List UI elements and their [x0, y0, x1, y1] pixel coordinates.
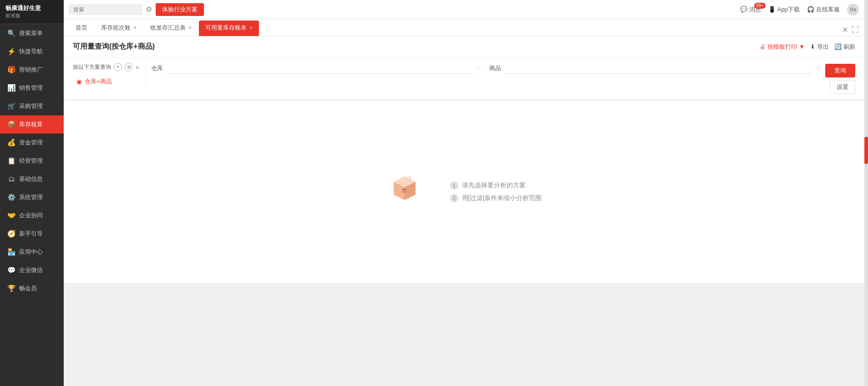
topbar-right: 💬 消息 99+ 📱 App下载 🎧 在线客服 Rit — [740, 4, 859, 15]
filter-product-input[interactable] — [505, 63, 812, 74]
print-btn[interactable]: 🖨 按模板打印 ▼ — [760, 43, 805, 51]
filter-product-more[interactable]: ··· — [815, 65, 820, 72]
page-header-actions: 🖨 按模板打印 ▼ ⬇ 导出 🔄 刷新 — [760, 43, 855, 51]
tip-text-1: 请先选择要分析的方案 — [462, 181, 526, 190]
export-label: 导出 — [817, 43, 829, 51]
scheme-item-warehouse-product[interactable]: ◉ 仓库+商品 — [73, 75, 140, 88]
sidebar: 畅康通好生意 标准版 🔍 搜索菜单 ⚡ 快捷导航 🎁 营销推广 📊 销售管理 🛒… — [0, 0, 64, 386]
sidebar-item-marketing[interactable]: 🎁 营销推广 — [0, 61, 64, 79]
refresh-icon: 🔄 — [834, 43, 842, 50]
filter-product: 商品 ··· — [489, 63, 820, 74]
tabs-bar: 首页 库存批次账 × 收发存汇总表 × 可用量库存账本 × ✕ ⛶ — [64, 19, 864, 36]
print-dropdown-icon[interactable]: ▼ — [799, 43, 805, 50]
tabs-actions: ✕ ⛶ — [842, 26, 859, 36]
empty-illustration: ? — [386, 169, 432, 215]
tip-item-1: 1 请先选择要分析的方案 — [450, 181, 542, 190]
sidebar-label-appstore: 应用中心 — [19, 248, 43, 256]
tab-close-all-icon[interactable]: ✕ — [842, 26, 848, 34]
online-service-btn[interactable]: 🎧 在线客服 — [807, 5, 840, 14]
filter-warehouse-input[interactable] — [167, 63, 473, 74]
print-label: 按模板打印 — [767, 43, 797, 51]
message-btn[interactable]: 💬 消息 99+ — [740, 5, 761, 14]
tab-home-label: 首页 — [76, 24, 87, 32]
brand-name: 畅康通好生意 — [5, 5, 58, 12]
sidebar-label-sales: 销售管理 — [19, 84, 43, 92]
cube-svg: ? — [386, 169, 423, 206]
user-name: Rit — [850, 7, 856, 12]
app-download-btn[interactable]: 📱 App下载 — [768, 5, 800, 14]
filter-row-1: 仓库 ··· 商品 ··· — [151, 63, 820, 74]
sidebar-label-member: 畅会员 — [19, 284, 37, 293]
sidebar-item-system[interactable]: ⚙️ 系统管理 — [0, 188, 64, 206]
topbar-search-input[interactable] — [69, 5, 142, 15]
query-scheme-header: 按以下方案查询 + ⚙ « — [73, 63, 140, 71]
sidebar-item-member[interactable]: 🏆 畅会员 — [0, 279, 64, 298]
tab-available-stock-label: 可用量库存账本 — [205, 24, 247, 32]
sidebar-item-purchase[interactable]: 🛒 采购管理 — [0, 97, 64, 115]
sidebar-item-inventory[interactable]: 📦 库存核算 — [0, 115, 64, 134]
main-content: ⚙ 体验行业方案 💬 消息 99+ 📱 App下载 🎧 在线客服 Rit 首页 — [64, 0, 864, 386]
sidebar-item-search[interactable]: 🔍 搜索菜单 — [0, 24, 64, 42]
filter-product-label: 商品 — [489, 64, 501, 72]
tip-num-1: 1 — [450, 181, 458, 190]
cart-icon: 🛒 — [7, 102, 15, 110]
refresh-label: 刷新 — [843, 43, 855, 51]
compass-icon: 🧭 — [7, 230, 15, 238]
collapse-btn[interactable]: « — [136, 63, 139, 71]
box-icon: 📦 — [7, 120, 15, 129]
sidebar-label-wechat: 企业微信 — [19, 266, 43, 274]
sidebar-item-enterprise[interactable]: 🤝 企业协同 — [0, 206, 64, 225]
sidebar-label-operation: 经营管理 — [19, 157, 43, 165]
headset-icon: 🎧 — [807, 6, 814, 13]
industry-btn[interactable]: 体验行业方案 — [156, 3, 204, 16]
sidebar-label-basic: 基础信息 — [19, 175, 43, 183]
online-service-label: 在线客服 — [816, 5, 840, 14]
settings-icon[interactable]: ⚙ — [146, 5, 152, 14]
topbar: ⚙ 体验行业方案 💬 消息 99+ 📱 App下载 🎧 在线客服 Rit — [64, 0, 864, 19]
phone-icon: 📱 — [768, 6, 776, 13]
manage-scheme-btn[interactable]: ⚙ — [125, 63, 133, 71]
sidebar-header: 畅康通好生意 标准版 — [0, 0, 64, 24]
scrollbar-thumb — [864, 137, 868, 164]
empty-state-content: ? 1 请先选择要分析的方案 2 用[过滤]条件来缩小分析范围 — [386, 169, 542, 215]
sidebar-item-quick-nav[interactable]: ⚡ 快捷导航 — [0, 42, 64, 61]
query-btn[interactable]: 查询 — [825, 64, 855, 77]
sidebar-label-guide: 新手引导 — [19, 230, 43, 238]
sidebar-item-wechat[interactable]: 💬 企业微信 — [0, 261, 64, 279]
settings-btn[interactable]: 设置 — [830, 80, 855, 94]
chart-icon: 📊 — [7, 84, 15, 92]
tab-batch-account-label: 库存批次账 — [101, 24, 131, 32]
sidebar-label-purchase: 采购管理 — [19, 102, 43, 110]
tab-home[interactable]: 首页 — [69, 21, 94, 36]
export-btn[interactable]: ⬇ 导出 — [810, 43, 829, 51]
add-scheme-btn[interactable]: + — [114, 63, 122, 71]
svg-text:?: ? — [408, 175, 411, 181]
sidebar-item-finance[interactable]: 💰 资金管理 — [0, 134, 64, 152]
sidebar-label-system: 系统管理 — [19, 193, 43, 201]
filter-warehouse-more[interactable]: ··· — [477, 65, 482, 72]
tip-num-2: 2 — [450, 194, 458, 202]
tab-available-stock[interactable]: 可用量库存账本 × — [199, 21, 259, 36]
refresh-btn[interactable]: 🔄 刷新 — [834, 43, 855, 51]
page-title: 可用量查询(按仓库+商品) — [73, 42, 155, 51]
tab-batch-account[interactable]: 库存批次账 × — [95, 21, 143, 36]
tab-receipt-summary-close[interactable]: × — [188, 25, 192, 31]
sidebar-item-sales[interactable]: 📊 销售管理 — [0, 79, 64, 97]
tab-receipt-summary[interactable]: 收发存汇总表 × — [144, 21, 198, 36]
sidebar-item-operation[interactable]: 📋 经营管理 — [0, 152, 64, 170]
scheme-item-label: 仓库+商品 — [85, 77, 112, 86]
sidebar-item-basic[interactable]: 🗂 基础信息 — [0, 170, 64, 188]
sidebar-item-guide[interactable]: 🧭 新手引导 — [0, 225, 64, 243]
right-scrollbar[interactable] — [864, 0, 868, 386]
filter-warehouse-label: 仓库 — [151, 64, 163, 72]
trophy-icon: 🏆 — [7, 284, 15, 293]
tab-batch-account-close[interactable]: × — [133, 25, 137, 31]
user-avatar[interactable]: Rit — [847, 4, 859, 15]
sidebar-item-appstore[interactable]: 🏪 应用中心 — [0, 243, 64, 261]
scheme-header-label: 按以下方案查询 — [73, 63, 111, 71]
query-area: 按以下方案查询 + ⚙ « ◉ 仓库+商品 仓库 ··· — [64, 57, 864, 100]
folder-icon: 🗂 — [7, 175, 15, 183]
sidebar-label-finance: 资金管理 — [19, 139, 43, 147]
tab-expand-icon[interactable]: ⛶ — [852, 26, 859, 34]
tab-available-stock-close[interactable]: × — [249, 25, 253, 31]
